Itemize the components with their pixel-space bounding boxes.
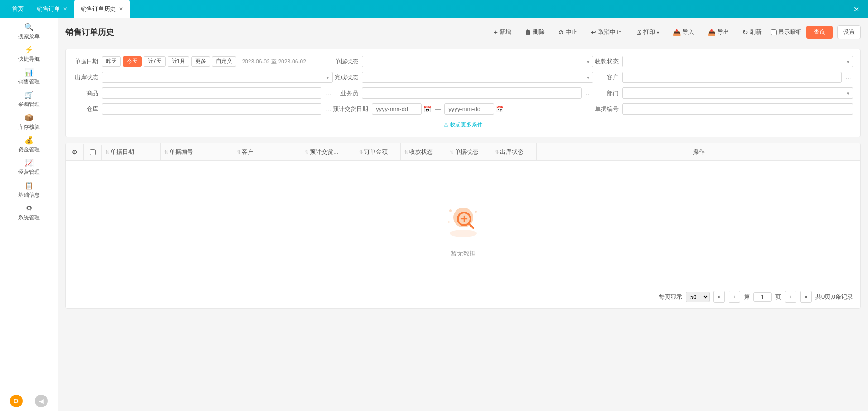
filter-panel: 单据日期 昨天 今天 近7天 近1月 更多 自定义 2023-06-02 至 2…: [65, 49, 861, 137]
th-delivery-label: 预计交货...: [310, 148, 338, 156]
filter-dept-item: 部门: [593, 87, 853, 99]
sidebar-item-capital-mgmt[interactable]: 💰 资金管理: [0, 133, 58, 156]
filter-delivery-date-item: 预计交货日期 📅 — 📅: [333, 103, 593, 115]
calendar-end-icon[interactable]: 📅: [496, 106, 504, 113]
calendar-start-icon[interactable]: 📅: [423, 106, 431, 113]
stock-out-select-wrap: [102, 72, 333, 83]
tab-home[interactable]: 首页: [5, 0, 30, 18]
last-page-btn[interactable]: »: [800, 291, 812, 303]
tab-sales-order[interactable]: 销售订单 ✕: [30, 0, 74, 18]
select-all-checkbox[interactable]: [90, 149, 96, 155]
customer-dots[interactable]: …: [844, 74, 853, 81]
goods-dots[interactable]: …: [323, 90, 333, 97]
first-page-btn[interactable]: «: [713, 291, 725, 303]
window-close-icon[interactable]: ✕: [850, 3, 863, 15]
delete-btn[interactable]: 🗑 删除: [520, 26, 549, 39]
tab-sales-order-close[interactable]: ✕: [63, 6, 67, 12]
customer-input[interactable]: [622, 72, 842, 83]
print-btn[interactable]: 🖨 打印 ▾: [631, 26, 664, 39]
th-check[interactable]: [84, 145, 102, 160]
sort-icon-6: ⇅: [404, 150, 408, 155]
filter-goods-item: 商品 …: [73, 87, 333, 99]
page-number-input[interactable]: [753, 292, 772, 302]
date-today-btn[interactable]: 今天: [123, 56, 142, 67]
tab-home-label: 首页: [12, 5, 24, 13]
date-more-btn[interactable]: 更多: [191, 56, 210, 67]
salesperson-dots[interactable]: …: [584, 90, 593, 97]
toolbar: + 新增 🗑 删除 ⊘ 中止 ↩ 取消中止 🖨 打印: [489, 25, 861, 39]
pay-status-select[interactable]: [622, 56, 853, 67]
sidebar-item-quick-nav[interactable]: ⚡ 快捷导航: [0, 43, 58, 65]
collapse-bar[interactable]: △ 收起更多条件: [73, 119, 853, 131]
date-label: 单据日期: [73, 58, 102, 66]
dept-select[interactable]: [622, 87, 853, 99]
export-icon: 📤: [708, 29, 715, 36]
refresh-btn-label: 刷新: [750, 28, 762, 36]
delivery-date-start-input[interactable]: [372, 103, 422, 115]
sidebar-item-system-mgmt[interactable]: ⚙ 系统管理: [0, 201, 58, 224]
date-7days-btn[interactable]: 近7天: [144, 56, 166, 67]
sidebar-item-operation-mgmt[interactable]: 📈 经营管理: [0, 156, 58, 179]
filter-pay-status-item: 收款状态: [593, 56, 853, 67]
stop-icon: ⊘: [558, 29, 564, 36]
svg-line-3: [469, 223, 473, 228]
th-amount[interactable]: ⇅ 订单金额: [355, 143, 401, 160]
stop-btn-label: 中止: [566, 28, 577, 36]
query-btn[interactable]: 查询: [806, 26, 833, 39]
sidebar-item-search-menu[interactable]: 🔍 搜索菜单: [0, 20, 58, 43]
sidebar-collapse-btn[interactable]: ◀: [35, 395, 48, 407]
print-icon: 🖨: [635, 29, 642, 36]
filter-order-status-item: 单据状态: [333, 56, 593, 67]
salesperson-input[interactable]: [362, 87, 581, 99]
complete-select[interactable]: [362, 72, 593, 83]
th-order-no[interactable]: ⇅ 单据编号: [161, 143, 233, 160]
sidebar-item-basic-info[interactable]: 📋 基础信息: [0, 179, 58, 201]
page-size-select[interactable]: 50 10 20 100: [686, 292, 710, 302]
date-custom-btn[interactable]: 自定义: [212, 56, 236, 67]
order-status-select[interactable]: [362, 56, 593, 67]
sidebar-item-inventory[interactable]: 📦 库存核算: [0, 111, 58, 133]
sidebar-item-sales-mgmt[interactable]: 📊 销售管理: [0, 65, 58, 88]
prev-page-btn[interactable]: ‹: [729, 291, 740, 303]
display-cols-checkbox[interactable]: [771, 29, 777, 35]
date-1month-btn[interactable]: 近1月: [168, 56, 190, 67]
th-order-status[interactable]: ⇅ 单据状态: [446, 143, 491, 160]
export-btn[interactable]: 📤 导出: [703, 26, 734, 39]
order-no-input[interactable]: [622, 103, 853, 115]
filter-salesperson-item: 业务员 …: [333, 87, 593, 99]
stop-btn[interactable]: ⊘ 中止: [554, 26, 582, 39]
filter-row-1: 单据日期 昨天 今天 近7天 近1月 更多 自定义 2023-06-02 至 2…: [73, 56, 853, 67]
stock-out-select[interactable]: [102, 72, 333, 83]
stock-out-label: 出库状态: [73, 73, 102, 82]
delivery-date-end-input[interactable]: [444, 103, 494, 115]
empty-illustration: [441, 197, 486, 242]
th-pay-status[interactable]: ⇅ 收款状态: [401, 143, 446, 160]
tab-sales-order-history-label: 销售订单历史: [81, 5, 116, 13]
warehouse-input[interactable]: [102, 103, 321, 115]
warehouse-dots[interactable]: …: [323, 106, 333, 112]
pay-status-select-wrap: [622, 56, 853, 67]
cancel-stop-btn[interactable]: ↩ 取消中止: [586, 26, 626, 39]
complete-select-wrap: [362, 72, 593, 83]
th-settings[interactable]: ⚙: [66, 144, 84, 160]
date-yesterday-btn[interactable]: 昨天: [102, 56, 121, 67]
th-stock-status[interactable]: ⇅ 出库状态: [491, 143, 537, 160]
sort-icon-3: ⇅: [237, 150, 240, 155]
tab-sales-order-history[interactable]: 销售订单历史 ✕: [74, 0, 130, 18]
sidebar-item-sales-mgmt-label: 销售管理: [18, 78, 40, 86]
th-date[interactable]: ⇅ 单据日期: [102, 143, 161, 160]
new-btn[interactable]: + 新增: [489, 26, 516, 39]
delete-btn-label: 删除: [533, 28, 545, 36]
pay-status-control: [622, 56, 853, 67]
tab-sales-order-history-close[interactable]: ✕: [119, 6, 123, 12]
sidebar-settings-btn[interactable]: ⚙: [10, 395, 23, 407]
th-delivery[interactable]: ⇅ 预计交货...: [301, 143, 355, 160]
th-customer[interactable]: ⇅ 客户: [233, 143, 301, 160]
import-btn[interactable]: 📥 导入: [668, 26, 699, 39]
settings-btn[interactable]: 设置: [837, 25, 861, 39]
date-quick-btns: 昨天 今天 近7天 近1月 更多 自定义: [102, 56, 236, 67]
goods-input[interactable]: [102, 87, 321, 99]
next-page-btn[interactable]: ›: [785, 291, 796, 303]
refresh-btn[interactable]: ↻ 刷新: [738, 26, 766, 39]
sidebar-item-purchase-mgmt[interactable]: 🛒 采购管理: [0, 88, 58, 111]
